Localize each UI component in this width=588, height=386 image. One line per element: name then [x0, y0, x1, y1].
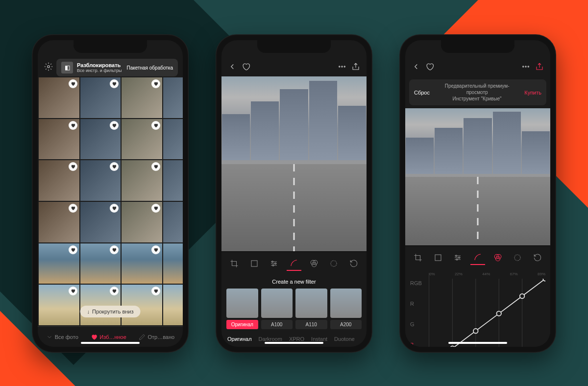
filter-preset[interactable]: A110 — [295, 289, 327, 329]
curve-channel[interactable]: B — [410, 342, 429, 347]
filter-category[interactable]: Оригинал — [227, 336, 252, 342]
frame-tool-icon[interactable] — [431, 250, 445, 265]
adjust-tool-icon[interactable] — [450, 250, 465, 265]
back-icon[interactable] — [411, 62, 421, 72]
svg-point-3 — [344, 66, 345, 67]
curves-tool-icon[interactable] — [470, 250, 485, 265]
scroll-down-pill[interactable]: ↓ Прокрутить вниз — [80, 306, 140, 317]
svg-rect-4 — [251, 261, 257, 266]
svg-point-1 — [339, 66, 340, 67]
share-icon[interactable] — [535, 62, 544, 72]
heart-icon[interactable] — [241, 62, 251, 72]
photo-thumb[interactable] — [39, 77, 79, 118]
favorite-badge-icon — [110, 162, 119, 171]
phone-editor-curves: Сброс Предварительный премиум-просмотр И… — [399, 34, 556, 353]
photo-thumb[interactable] — [122, 119, 162, 160]
filter-preset[interactable]: A200 — [330, 289, 362, 329]
svg-point-13 — [525, 66, 526, 67]
svg-point-11 — [331, 261, 337, 266]
brush-tool-icon[interactable] — [510, 250, 525, 265]
photo-thumb[interactable] — [122, 77, 162, 118]
photo-thumb[interactable] — [39, 119, 79, 160]
banner-subtitle: Все инстр. и фильтры — [77, 68, 122, 73]
photo-thumb[interactable] — [39, 202, 79, 242]
favorite-badge-icon — [151, 121, 160, 130]
favorite-badge-icon — [69, 79, 77, 88]
share-icon[interactable] — [351, 62, 361, 72]
color-tool-icon[interactable] — [490, 250, 505, 265]
unlock-banner[interactable]: ◧ Разблокировать все Все инстр. и фильтр… — [56, 59, 178, 76]
reset-button[interactable]: Сброс — [414, 90, 430, 96]
curve-channel[interactable]: R — [410, 301, 429, 307]
more-icon[interactable] — [521, 62, 531, 72]
premium-title: Предварительный премиум-просмотр — [435, 83, 519, 96]
crop-tool-icon[interactable] — [411, 250, 425, 265]
adjust-tool-icon[interactable] — [267, 256, 281, 271]
filter-preset[interactable]: Оригинал — [226, 289, 258, 329]
gear-icon[interactable] — [44, 62, 53, 72]
back-icon[interactable] — [227, 62, 237, 72]
photo-thumb[interactable] — [80, 202, 121, 242]
photo-thumb[interactable] — [80, 119, 121, 160]
curves-tool-icon[interactable] — [287, 256, 301, 271]
favorite-badge-icon — [151, 204, 160, 213]
crop-tool-icon[interactable] — [227, 256, 242, 271]
favorite-badge-icon — [69, 245, 77, 254]
curves-panel: RGBRGB 0%22%44%67%89% — [405, 269, 550, 347]
favorite-badge-icon — [110, 121, 119, 130]
photo-thumb[interactable] — [80, 243, 121, 284]
photo-thumb[interactable] — [122, 285, 162, 325]
photo-thumb[interactable] — [80, 160, 121, 201]
photo-thumb[interactable] — [163, 243, 183, 284]
filter-categories: ОригиналDarkroomXPROInstantDuotone — [221, 333, 367, 347]
favorite-badge-icon — [110, 204, 119, 213]
frame-tool-icon[interactable] — [247, 256, 262, 271]
photo-thumb[interactable] — [122, 243, 162, 284]
photo-thumb[interactable] — [163, 77, 183, 118]
buy-button[interactable]: Купить — [524, 90, 541, 96]
photo-thumb[interactable] — [39, 285, 79, 325]
photo-preview[interactable] — [221, 76, 367, 251]
filter-category[interactable]: Duotone — [334, 336, 355, 342]
photo-thumb[interactable] — [80, 285, 121, 325]
favorite-badge-icon — [151, 287, 160, 295]
svg-point-28 — [450, 346, 455, 347]
tab-edited[interactable]: Отр…вано — [139, 334, 174, 340]
photo-thumb[interactable] — [122, 202, 162, 242]
tool-strip — [221, 251, 367, 275]
favorite-badge-icon — [151, 79, 160, 88]
favorite-badge-icon — [110, 245, 119, 254]
curve-channel[interactable]: RGB — [410, 280, 429, 286]
photo-thumb[interactable] — [163, 119, 183, 160]
photo-thumb[interactable] — [163, 285, 183, 325]
filter-preset[interactable]: A100 — [261, 289, 293, 329]
history-tool-icon[interactable] — [346, 256, 361, 271]
svg-point-31 — [520, 294, 524, 298]
curve-channel[interactable]: G — [410, 321, 429, 327]
favorite-badge-icon — [110, 287, 119, 295]
photo-thumb[interactable] — [163, 160, 183, 201]
tab-all-photos[interactable]: Все фото — [46, 334, 78, 340]
photo-thumb[interactable] — [39, 243, 79, 284]
more-icon[interactable] — [337, 62, 347, 72]
photo-thumb[interactable] — [80, 77, 121, 118]
photo-preview[interactable] — [405, 108, 550, 245]
favorite-badge-icon — [69, 162, 77, 171]
photo-thumb[interactable] — [163, 202, 183, 242]
history-tool-icon[interactable] — [530, 250, 545, 265]
svg-rect-15 — [435, 255, 441, 261]
favorite-badge-icon — [151, 245, 160, 254]
arrow-down-icon: ↓ — [87, 309, 90, 314]
filter-category[interactable]: Darkroom — [259, 336, 282, 342]
filter-category[interactable]: XPRO — [289, 336, 304, 342]
filter-category[interactable]: Instant — [311, 336, 327, 342]
brush-tool-icon[interactable] — [326, 256, 341, 271]
photo-thumb[interactable] — [122, 160, 162, 201]
photo-thumb[interactable] — [39, 160, 79, 201]
filter-header: Create a new filter — [221, 275, 367, 289]
heart-icon[interactable] — [425, 62, 435, 72]
color-tool-icon[interactable] — [307, 256, 321, 271]
tab-favorites[interactable]: Изб…нное — [91, 334, 126, 340]
favorite-badge-icon — [69, 121, 77, 130]
curves-graph[interactable]: 0%22%44%67%89% — [429, 273, 545, 347]
